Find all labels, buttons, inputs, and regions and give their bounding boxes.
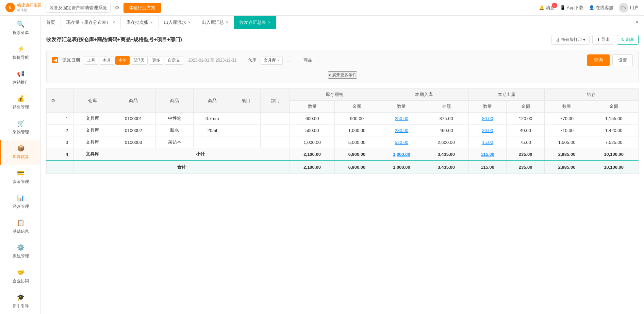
- out-amount-header: 金额: [507, 101, 544, 113]
- print-chevron: ▾: [583, 37, 585, 42]
- total-row: 合计 2,100.00 6,900.00 1,000.00 3,435.00 1…: [47, 160, 639, 174]
- filter-toggle-btn[interactable]: ◀: [52, 57, 58, 63]
- total-out-qty: 115.00: [468, 160, 506, 174]
- subtotal-out-qty[interactable]: 115.00: [468, 148, 506, 161]
- query-button[interactable]: 查询: [587, 54, 610, 66]
- sidebar-label-quick: 快捷导航: [13, 55, 29, 61]
- tab-recv-send[interactable]: 收发存汇总表 ×: [234, 16, 276, 29]
- row-out-qty[interactable]: 15.00: [468, 136, 506, 148]
- try-button[interactable]: 体验行业方案: [123, 3, 161, 13]
- tab-inout-summary[interactable]: 出入库汇总 ×: [196, 16, 234, 29]
- tab-recv-send-close[interactable]: ×: [268, 20, 270, 25]
- phone-icon: 📱: [560, 5, 565, 10]
- filter-settings-button[interactable]: 设置: [612, 54, 633, 66]
- col-opening-header: 库存期初: [290, 89, 379, 101]
- warehouse-tag: 文具库 ×: [261, 56, 282, 65]
- filter-area: ◀ 记账日期 上月 本月 本年 近7天 更多 自定义 2023-01-01 至 …: [46, 50, 639, 83]
- tab-bar-close-btn[interactable]: ×: [630, 19, 644, 26]
- row-in-qty[interactable]: 230.00: [379, 125, 424, 136]
- tab-recv-send-label: 收发存汇总表: [240, 19, 266, 26]
- table-gear-icon[interactable]: ⚙: [51, 98, 55, 103]
- tab-batch-label: 库存批次账: [126, 19, 148, 26]
- sidebar-item-search[interactable]: 🔍 搜索菜单: [0, 16, 40, 40]
- sidebar-label-finance: 资金管理: [13, 179, 29, 185]
- table-header-row-1: ⚙ 仓库 商品 商品 商品 项目 部门 库存期初 本期入库: [47, 89, 639, 101]
- sidebar-item-cooperation[interactable]: 🤝 企业协同: [0, 264, 40, 289]
- row-out-qty[interactable]: 20.00: [468, 125, 506, 136]
- refresh-button[interactable]: ↻ 刷新: [617, 35, 639, 45]
- tab-stock-dist[interactable]: 现存量（库存分布表） ×: [61, 16, 121, 29]
- row-in-qty[interactable]: 520.00: [379, 136, 424, 148]
- row-out-amount: 75.00: [507, 136, 544, 148]
- curr-year-btn[interactable]: 本年: [115, 56, 130, 65]
- tab-inout-flow[interactable]: 出入库流水 ×: [159, 16, 196, 29]
- sidebar-item-operation[interactable]: 📊 经营管理: [0, 189, 40, 214]
- system-settings-icon[interactable]: ⚙: [115, 4, 119, 11]
- sidebar-item-marketing[interactable]: 📢 营销推广: [0, 65, 40, 90]
- sidebar-item-sales[interactable]: 💰 销售管理: [0, 90, 40, 115]
- tab-inout-flow-close[interactable]: ×: [188, 20, 191, 25]
- print-button[interactable]: 🖨 按钮版打印 ▾: [551, 35, 590, 45]
- curr-month-btn[interactable]: 本月: [100, 56, 114, 65]
- row-goods-name: 胶水: [156, 125, 193, 136]
- online-service-item[interactable]: 👤 在线客服: [589, 5, 613, 11]
- goods-more-btn[interactable]: ...: [316, 58, 322, 63]
- export-button[interactable]: ⬆ 导出: [592, 35, 614, 45]
- page-inner: 收发存汇总表(按仓库+商品编码+商品+规格型号+项目+部门) 🖨 按钮版打印 ▾…: [41, 29, 644, 314]
- warehouse-tag-close[interactable]: ×: [277, 58, 279, 62]
- custom-date-btn[interactable]: 自定义: [165, 56, 183, 65]
- tab-home[interactable]: 首页: [41, 16, 61, 29]
- sidebar-label-basic: 基础信息: [13, 229, 29, 234]
- row-opening-amount: 5,000.00: [334, 136, 379, 148]
- system-name: 装备及固定资产辅助管理系统: [46, 3, 111, 13]
- total-out-amount: 235.00: [507, 160, 544, 174]
- row-goods-spec: [193, 136, 231, 148]
- row-goods-name: 中性笔: [156, 113, 193, 125]
- table-row: 1 文具库 0100001 中性笔 0.7mm 600.00 900.00 25…: [47, 113, 639, 125]
- warehouse-more-btn[interactable]: ...: [287, 58, 293, 63]
- 7days-btn[interactable]: 近7天: [131, 56, 148, 65]
- subtotal-in-qty[interactable]: 1,000.00: [379, 148, 424, 161]
- sidebar-item-finance[interactable]: 💳 资金管理: [0, 165, 40, 189]
- sidebar-item-inventory[interactable]: 📦 库存核算: [0, 140, 40, 165]
- row-in-amount: 460.00: [424, 125, 468, 136]
- col-in-header: 本期入库: [379, 89, 469, 101]
- page-content: 收发存汇总表(按仓库+商品编码+商品+规格型号+项目+部门) 🖨 按钮版打印 ▾…: [41, 29, 644, 314]
- tab-inout-summary-close[interactable]: ×: [226, 20, 228, 25]
- row-project: [231, 113, 260, 125]
- expand-more-btn[interactable]: ▾ 展开更多条件: [328, 71, 357, 79]
- sidebar-item-purchase[interactable]: 🛒 采购管理: [0, 115, 40, 140]
- col-project-header: 项目: [231, 89, 260, 113]
- logo-text-area: 畅捷通好生意 标准版: [17, 3, 42, 12]
- cooperation-icon: 🤝: [17, 269, 24, 276]
- row-settings: [47, 113, 60, 125]
- prev-month-btn[interactable]: 上月: [84, 56, 98, 65]
- row-out-qty[interactable]: 80.00: [468, 113, 506, 125]
- layout: 🔍 搜索菜单 ⚡ 快捷导航 📢 营销推广 💰 销售管理 🛒 采购管理 📦 库存核…: [0, 16, 644, 314]
- subtotal-balance-qty: 2,985.00: [544, 148, 589, 161]
- top-bar-right: 🔔 消息 6 📱 App下载 👤 在线客服 Ea 用户: [539, 3, 639, 13]
- sidebar-item-system[interactable]: ⚙️ 系统管理: [0, 239, 40, 264]
- sidebar-label-inventory: 库存核算: [13, 154, 29, 160]
- col-goods-spec-header: 商品: [193, 89, 231, 113]
- tab-batch[interactable]: 库存批次账 ×: [121, 16, 159, 29]
- app-download-item[interactable]: 📱 App下载: [560, 5, 583, 11]
- row-in-qty[interactable]: 250.00: [379, 113, 424, 125]
- row-balance-qty: 1,505.00: [544, 136, 589, 148]
- sidebar-item-guide[interactable]: 🎓 新手引导: [0, 289, 40, 314]
- notification-item[interactable]: 🔔 消息 6: [539, 5, 555, 11]
- row-goods-code: 0100003: [111, 136, 156, 148]
- logo-area: 6 畅捷通好生意 标准版: [5, 3, 42, 12]
- sidebar-item-basic[interactable]: 📋 基础信息: [0, 214, 40, 239]
- tab-bar: 首页 现存量（库存分布表） × 库存批次账 × 出入库流水 × 出入库汇总 × …: [41, 16, 644, 29]
- tab-stock-dist-close[interactable]: ×: [113, 20, 115, 25]
- subtotal-balance-amount: 10,100.00: [589, 148, 639, 161]
- search-icon: 🔍: [17, 20, 24, 28]
- row-balance-qty: 770.00: [544, 113, 589, 125]
- sidebar-item-quick[interactable]: ⚡ 快捷导航: [0, 40, 40, 65]
- guide-icon: 🎓: [17, 294, 24, 301]
- data-table: ⚙ 仓库 商品 商品 商品 项目 部门 库存期初 本期入库: [46, 88, 639, 174]
- tab-batch-close[interactable]: ×: [150, 20, 153, 25]
- more-date-btn[interactable]: 更多: [149, 56, 163, 65]
- user-item[interactable]: Ea 用户: [619, 3, 639, 13]
